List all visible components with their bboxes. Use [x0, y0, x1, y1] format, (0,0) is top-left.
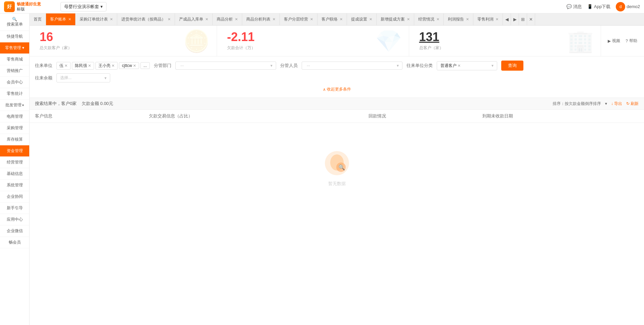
sort-select[interactable]: ▾ — [605, 101, 607, 106]
quick-nav-item[interactable]: 快捷导航 — [0, 31, 29, 42]
close-tab-icon[interactable]: ✕ — [436, 17, 439, 22]
stats-bar: 16 总欠款客户（家） 🪙 -2.11 欠款合计（万） 💎 131 总客户（家）… — [30, 26, 644, 57]
person-select[interactable]: ··· ▾ — [302, 62, 402, 70]
help-icon: ? — [626, 39, 628, 43]
phone-icon: 📱 — [587, 4, 593, 9]
sidebar-item-wholesale[interactable]: 批发管理 ▾ — [0, 100, 29, 111]
close-tab-icon[interactable]: ✕ — [168, 17, 171, 22]
tab-customer-ledger[interactable]: 客户账本 ✕ — [46, 13, 76, 26]
close-tab-icon[interactable]: ✕ — [369, 17, 372, 22]
search-menu-button[interactable]: 🔍 搜索菜单 — [0, 13, 29, 31]
tab-retail-profit[interactable]: 零售利润 ✕ — [473, 13, 503, 26]
chevron-icon: ▾ — [22, 45, 24, 50]
tag-wang[interactable]: 王小亮 ✕ — [95, 62, 118, 70]
sidebar-item-member[interactable]: 畅会员 — [0, 237, 29, 248]
close-tag-wu[interactable]: ✕ — [65, 64, 68, 68]
chevron-down-icon: ▾ — [270, 63, 272, 68]
tab-purchase-order-stats[interactable]: 采购订单统计表 ✕ — [76, 13, 117, 26]
tag-cjttcw[interactable]: cjttcw ✕ — [119, 62, 139, 69]
sidebar-item-retail[interactable]: 零售管理 ▾ — [0, 42, 29, 54]
user-profile[interactable]: d demo2 — [616, 2, 640, 11]
chevron-down-icon-2: ▾ — [397, 63, 399, 68]
unit-type-select[interactable]: 普通客户 ✕ ▾ — [437, 61, 497, 70]
tab-production-inbound[interactable]: 产成品入库单 ✕ — [175, 13, 213, 26]
help-link[interactable]: ? 帮助 — [626, 38, 637, 44]
close-tab-icon[interactable]: ✕ — [272, 17, 275, 22]
building-icon: 🏢 — [567, 28, 594, 53]
close-tag-cjttcw[interactable]: ✕ — [133, 64, 136, 68]
tab-scroll-left[interactable]: ◀ — [503, 13, 511, 26]
avatar: d — [616, 2, 625, 11]
tab-close-all[interactable]: ✕ — [527, 13, 535, 26]
sidebar-item-ecommerce[interactable]: 电商管理 — [0, 111, 29, 122]
chevron-up-icon: ∧ — [323, 87, 326, 92]
sidebar-item-enterprise[interactable]: 企业协同 — [0, 191, 29, 203]
chevron-down-icon: ▾ — [22, 103, 24, 107]
close-tab-icon[interactable]: ✕ — [110, 17, 113, 22]
tab-new-commission[interactable]: 新增提成方案 ✕ — [377, 13, 414, 26]
sidebar-item-newbie[interactable]: 新手引导 — [0, 203, 29, 214]
message-button[interactable]: 💬 消息 — [566, 4, 582, 10]
account-selector[interactable]: 母婴行业演示帐套 ▾ — [60, 2, 106, 11]
tab-customer-contact[interactable]: 客户联络 ✕ — [317, 13, 347, 26]
tab-home[interactable]: 首页 — [30, 13, 46, 26]
tab-profit-report[interactable]: 利润报告 ✕ — [444, 13, 473, 26]
sidebar-item-purchase[interactable]: 采购管理 — [0, 122, 29, 134]
tab-scroll-right[interactable]: ▶ — [511, 13, 519, 26]
tab-expand[interactable]: ⊞ — [519, 13, 527, 26]
sidebar-item-wechat[interactable]: 企业微信 — [0, 225, 29, 237]
sidebar-item-membership[interactable]: 会员中心 — [0, 77, 29, 88]
tab-product-analysis[interactable]: 商品分析 ✕ — [213, 13, 242, 26]
export-button[interactable]: ↓ 导出 — [611, 101, 622, 107]
tag-more[interactable]: ... — [140, 62, 150, 69]
sidebar-item-management[interactable]: 经营管理 — [0, 157, 29, 168]
video-link[interactable]: ▶ 视频 — [608, 38, 620, 44]
tag-wu[interactable]: 伍 ✕ — [56, 62, 71, 70]
diamond-icon: 💎 — [375, 28, 402, 53]
close-tab-icon[interactable]: ✕ — [340, 17, 343, 22]
sidebar-item-marketing[interactable]: 营销推广 — [0, 65, 29, 77]
close-tab-icon[interactable]: ✕ — [407, 17, 410, 22]
refresh-button[interactable]: ↻ 刷新 — [626, 101, 639, 107]
sidebar-item-retail-mall[interactable]: 零售商城 — [0, 54, 29, 65]
chevron-down-icon-3: ▾ — [491, 63, 493, 68]
sidebar-item-inventory[interactable]: 库存核算 — [0, 134, 29, 145]
remain-placeholder: 选择... — [60, 75, 72, 81]
close-tag-customer-type[interactable]: ✕ — [458, 64, 461, 68]
tab-commission-settings[interactable]: 提成设置 ✕ — [347, 13, 377, 26]
close-tab-icon[interactable]: ✕ — [466, 17, 469, 22]
export-icon: ↓ — [611, 101, 613, 106]
stat-block-customers: 16 总欠款客户（家） 🪙 — [30, 26, 217, 56]
top-right-links: ▶ 视频 ? 帮助 — [601, 26, 644, 56]
sidebar-item-basic-info[interactable]: 基础信息 — [0, 168, 29, 180]
unit-type-label: 往来单位分类 — [406, 63, 433, 69]
dept-dots: ··· — [180, 63, 184, 68]
remain-select[interactable]: 选择... ▾ — [56, 73, 110, 82]
col-debt-info: 欠款交易信息（占比） — [143, 110, 363, 123]
tab-business-status[interactable]: 经营情况 ✕ — [414, 13, 444, 26]
chevron-down-icon-4: ▾ — [104, 76, 106, 80]
stat-label-total: 总客户（家） — [419, 45, 591, 51]
dept-select[interactable]: ··· ▾ — [175, 62, 276, 70]
close-tag-chen[interactable]: ✕ — [88, 64, 91, 68]
close-tab-icon[interactable]: ✕ — [68, 17, 71, 22]
sidebar-item-retail-stats[interactable]: 零售统计 — [0, 88, 29, 100]
sidebar-item-app-center[interactable]: 应用中心 — [0, 214, 29, 225]
sidebar-item-system[interactable]: 系统管理 — [0, 180, 29, 191]
app-download-button[interactable]: 📱 App下载 — [587, 4, 610, 10]
tab-product-analysis-list[interactable]: 商品分析列表 ✕ — [242, 13, 280, 26]
results-summary: 搜索结果中，客户0家 欠款金额 0.00元 — [35, 101, 113, 107]
close-tab-icon[interactable]: ✕ — [205, 17, 208, 22]
query-button[interactable]: 查询 — [501, 61, 523, 71]
close-tab-icon[interactable]: ✕ — [235, 17, 238, 22]
results-bar: 搜索结果中，客户0家 欠款金额 0.00元 排序：按欠款金额倒序排序 ▾ ↓ 导… — [30, 98, 644, 110]
collapse-button[interactable]: ∧ 收起更多条件 — [323, 86, 351, 92]
tab-goods-stats[interactable]: 进货单统计表（按商品） ✕ — [117, 13, 175, 26]
close-tag-wang[interactable]: ✕ — [112, 64, 115, 68]
close-tab-icon[interactable]: ✕ — [310, 17, 313, 22]
tab-customer-tier[interactable]: 客户分层经营 ✕ — [280, 13, 317, 26]
close-tab-icon[interactable]: ✕ — [496, 17, 499, 22]
tag-chen[interactable]: 陈民强 ✕ — [72, 62, 94, 70]
sidebar-item-finance[interactable]: 资金管理 — [0, 145, 29, 157]
tag-common-customer[interactable]: 普通客户 ✕ — [440, 63, 461, 69]
